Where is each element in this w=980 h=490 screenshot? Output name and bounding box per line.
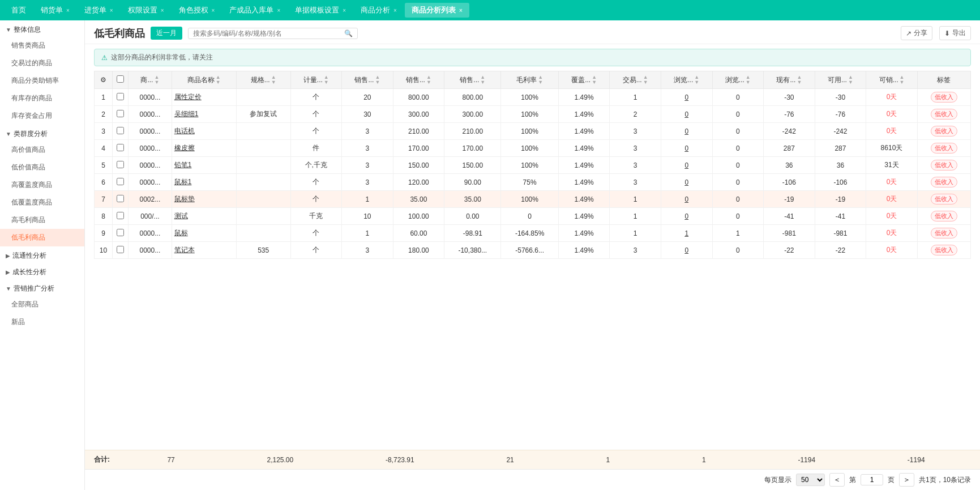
cell-views1[interactable]: 0 [661,106,712,123]
cell-checkbox[interactable] [113,106,129,123]
sidebar-item-category-sales-rate[interactable]: 商品分类助销率 [0,72,84,90]
sidebar-item-new-products[interactable]: 新品 [0,313,84,331]
sort-coverage-icon[interactable]: ▲▼ [592,75,597,85]
cell-name[interactable]: 铅笔1 [172,157,236,174]
sort-unit-icon[interactable]: ▲▼ [324,75,329,85]
nav-sales-order[interactable]: 销货单 × [34,3,76,18]
nav-purchase-order[interactable]: 进货单 × [78,3,120,18]
sidebar-group-overall[interactable]: ▼ 整体信息 [0,20,84,37]
close-product-analysis-list-icon[interactable]: × [459,7,463,14]
cell-name[interactable]: 鼠标垫 [172,191,236,208]
cell-checkbox[interactable] [113,89,129,106]
cell-checkbox[interactable] [113,157,129,174]
close-product-analysis-icon[interactable]: × [393,7,397,14]
nav-permission-settings[interactable]: 权限设置 × [121,3,171,18]
sort-gross-margin-icon[interactable]: ▲▼ [538,75,543,85]
cell-views1[interactable]: 0 [661,123,712,140]
cell-name[interactable]: 电话机 [172,123,236,140]
sort-trade-icon[interactable]: ▲▼ [643,75,648,85]
cell-name[interactable]: 测试 [172,208,236,225]
cell-no: 10 [95,242,113,259]
cell-checkbox[interactable] [113,208,129,225]
sidebar-item-in-stock[interactable]: 有库存的商品 [0,90,84,107]
export-button[interactable]: ⬇ 导出 [939,26,971,40]
nav-product-analysis[interactable]: 商品分析 × [354,3,404,18]
cell-sellable: 0天 [866,106,918,123]
sidebar-item-all-products[interactable]: 全部商品 [0,296,84,313]
sidebar-item-low-coverage[interactable]: 低覆盖度商品 [0,194,84,211]
cell-views1[interactable]: 1 [661,225,712,242]
cell-views1[interactable]: 0 [661,208,712,225]
sort-spec-icon[interactable]: ▲▼ [271,75,276,85]
table-row: 1 0000... 属性定价 个 20 800.00 800.00 100% 1… [95,89,971,106]
col-settings[interactable]: ⚙ [95,71,113,89]
sidebar-item-sales-products[interactable]: 销售类商品 [0,37,84,54]
close-product-warehouse-icon[interactable]: × [277,7,280,14]
cell-name[interactable]: 吴细细1 [172,106,236,123]
arrow-marketing-icon: ▼ [6,286,11,292]
cell-name[interactable]: 属性定价 [172,89,236,106]
cell-checkbox[interactable] [113,123,129,140]
sidebar-group-marketing[interactable]: ▼ 营销推广分析 [0,279,84,296]
sort-sales-amount-icon[interactable]: ▲▼ [480,75,485,85]
sidebar-item-traded-products[interactable]: 交易过的商品 [0,54,84,72]
cell-views1[interactable]: 0 [661,140,712,157]
sort-views1-icon[interactable]: ▲▼ [694,75,699,85]
share-button[interactable]: ↗ 分享 [901,26,932,40]
cell-sales-qty: 20 [342,89,393,106]
sidebar-group-circulation[interactable]: ▶ 流通性分析 [0,246,84,263]
close-purchase-order-icon[interactable]: × [110,7,113,14]
cell-checkbox[interactable] [113,225,129,242]
cell-views1[interactable]: 0 [661,242,712,259]
cell-checkbox[interactable] [113,174,129,191]
cell-name[interactable]: 笔记本 [172,242,236,259]
cell-views2: 0 [712,208,764,225]
sort-sales-price-icon[interactable]: ▲▼ [426,75,431,85]
search-input[interactable] [193,29,342,37]
prev-page-button[interactable]: ＜ [829,473,845,487]
nav-product-warehouse[interactable]: 产成品入库单 × [222,3,287,18]
close-permission-settings-icon[interactable]: × [161,7,164,14]
col-checkbox[interactable] [113,71,129,89]
sidebar-group-growth[interactable]: ▶ 成长性分析 [0,263,84,279]
sort-current-icon[interactable]: ▲▼ [797,75,802,85]
nav-role-authorization[interactable]: 角色授权 × [172,3,222,18]
filter-recent-month-button[interactable]: 近一月 [151,27,182,40]
cell-name[interactable]: 橡皮擦 [172,140,236,157]
sort-code-icon[interactable]: ▲▼ [154,75,159,85]
sort-sellable-icon[interactable]: ▲▼ [900,75,905,85]
settings-icon[interactable]: ⚙ [100,76,106,84]
sidebar-group-cluster[interactable]: ▼ 类群度分析 [0,125,84,141]
cell-sales-price: 120.00 [393,174,444,191]
sidebar-item-high-margin[interactable]: 高毛利商品 [0,211,84,229]
sidebar-item-high-coverage[interactable]: 高覆盖度商品 [0,176,84,194]
sidebar-item-low-value[interactable]: 低价值商品 [0,159,84,176]
cell-checkbox[interactable] [113,242,129,259]
nav-product-analysis-list[interactable]: 商品分析列表 × [405,3,469,18]
sort-name-icon[interactable]: ▲▼ [216,75,221,85]
sort-available-icon[interactable]: ▲▼ [848,75,853,85]
nav-template-settings[interactable]: 单据模板设置 × [288,3,353,18]
close-sales-order-icon[interactable]: × [66,7,70,14]
sidebar-item-high-value[interactable]: 高价值商品 [0,141,84,159]
search-icon[interactable]: 🔍 [344,29,353,37]
cell-name[interactable]: 鼠标1 [172,174,236,191]
sidebar-item-low-margin[interactable]: 低毛利商品 [0,229,84,246]
page-size-select[interactable]: 50 10 20 100 [796,474,825,486]
close-template-settings-icon[interactable]: × [343,7,346,14]
cell-views1[interactable]: 0 [661,191,712,208]
page-number-input[interactable] [861,474,883,485]
cell-views1[interactable]: 0 [661,174,712,191]
nav-home[interactable]: 首页 [5,3,33,18]
cell-checkbox[interactable] [113,191,129,208]
close-role-authorization-icon[interactable]: × [212,7,215,14]
cell-checkbox[interactable] [113,140,129,157]
sort-sales-qty-icon[interactable]: ▲▼ [375,75,380,85]
next-page-button[interactable]: ＞ [899,473,914,487]
sort-views2-icon[interactable]: ▲▼ [746,75,751,85]
select-all-checkbox[interactable] [117,75,124,83]
sidebar-item-inventory-capital[interactable]: 库存资金占用 [0,107,84,125]
cell-views1[interactable]: 0 [661,157,712,174]
cell-views1[interactable]: 0 [661,89,712,106]
cell-name[interactable]: 鼠标 [172,225,236,242]
